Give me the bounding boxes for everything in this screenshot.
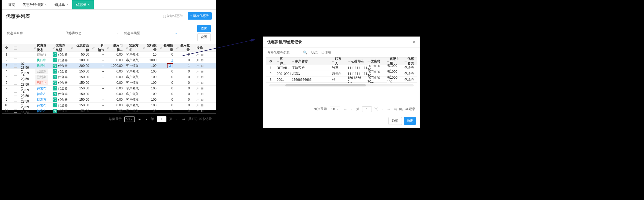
tab[interactable]: 首页 [4, 0, 19, 9]
tab[interactable]: 优惠券详情页✕ [19, 0, 51, 9]
external-link-icon[interactable]: ↗ [196, 64, 199, 68]
query-button[interactable]: 查询 [197, 25, 211, 32]
sort-icon[interactable]: ▴▾ [126, 47, 128, 49]
row-checkbox[interactable] [14, 75, 17, 79]
sort-icon[interactable]: ▴▾ [405, 60, 407, 62]
last-page-button[interactable]: ⇥ [386, 107, 391, 111]
row-checkbox[interactable] [14, 92, 17, 96]
qr-icon[interactable]: ⊞ [201, 109, 203, 113]
sort-icon[interactable]: ▴▾ [292, 60, 294, 62]
first-page-button[interactable]: ⇤ [343, 107, 348, 111]
row-checkbox[interactable] [14, 81, 17, 85]
close-icon[interactable]: ✕ [66, 3, 68, 6]
qr-icon[interactable]: ⊞ [201, 59, 203, 62]
table-row[interactable]: 307 23:59执行中代代金券200.00--1000.00客户领取10031… [2, 63, 216, 69]
close-icon[interactable]: ✕ [88, 3, 90, 6]
confirm-button[interactable]: 确定 [404, 117, 416, 125]
qr-icon[interactable]: ⊞ [201, 81, 203, 85]
table-row[interactable]: 714 23:59待发布代代金券150.00--0.00客户领取10000↗⊞ [2, 86, 216, 91]
external-link-icon[interactable]: ↗ [196, 98, 199, 102]
table-row[interactable]: 914 23:59待发布代代金券150.00--0.00客户领取10000↗⊞ [2, 97, 216, 103]
filter-status-select[interactable]: ⌄ [84, 32, 119, 35]
modal-page-input[interactable] [362, 106, 372, 112]
gear-icon[interactable]: ⚙ [5, 46, 8, 50]
sort-icon[interactable]: ▴▾ [277, 60, 279, 62]
qr-icon[interactable]: ⊞ [201, 92, 203, 96]
sort-icon[interactable]: ▴▾ [107, 47, 109, 49]
settings-button[interactable]: 设置 [197, 33, 211, 41]
row-checkbox[interactable] [14, 98, 17, 101]
external-link-icon[interactable]: ↗ [196, 103, 199, 107]
first-page-button[interactable]: ⇤ [137, 117, 142, 121]
claim-count-link[interactable]: 3 [167, 63, 173, 68]
horizontal-scrollbar[interactable] [269, 84, 414, 86]
row-checkbox[interactable] [14, 70, 17, 73]
tab[interactable]: 销货单✕ [51, 0, 72, 9]
sort-icon[interactable]: ▴▾ [34, 47, 36, 49]
external-link-icon[interactable]: ↗ [196, 86, 199, 90]
prev-page-button[interactable]: ‹ [350, 107, 354, 111]
qr-icon[interactable]: ⊞ [201, 98, 203, 101]
sort-icon[interactable]: ▴▾ [368, 60, 370, 62]
table-row[interactable]: 614 23:59已终止代代金券150.00--0.00客户领取10000↗⊞ [2, 80, 216, 86]
filter-name-input[interactable] [25, 31, 60, 35]
modal-status-select[interactable]: 已使用⌄ [321, 50, 348, 55]
table-row[interactable]: 2执行中代代金券100.00--0.00客户领取100010↗⊞ [2, 57, 216, 63]
qr-icon[interactable]: ⊞ [201, 87, 203, 90]
table-row[interactable]: 414 23:59已过期代代金券150.00--0.00客户领取10000↗⊞ [2, 69, 216, 74]
claim-count-link[interactable]: 1 [171, 58, 173, 62]
filter-type-select[interactable]: ⌄ [142, 32, 177, 35]
tab[interactable]: 优惠券✕ [72, 0, 94, 9]
close-icon[interactable]: ✕ [45, 3, 47, 6]
row-checkbox[interactable] [14, 53, 17, 56]
external-link-icon[interactable]: ↗ [196, 81, 199, 85]
sort-icon[interactable]: ▴▾ [348, 60, 350, 62]
external-link-icon[interactable]: ↗ [196, 58, 199, 62]
filter-status-label: 优惠券状态 [66, 31, 82, 35]
sort-icon[interactable]: ▴▾ [176, 47, 179, 49]
row-checkbox[interactable] [14, 87, 17, 90]
add-coupon-button[interactable]: + 新增优惠券 [188, 12, 212, 20]
qr-icon[interactable]: ⊞ [201, 64, 203, 68]
prev-page-button[interactable]: ‹ [145, 117, 148, 121]
external-link-icon[interactable]: ↗ [196, 70, 199, 74]
external-link-icon[interactable]: ↗ [196, 53, 199, 57]
sort-icon[interactable]: ▴▾ [71, 47, 73, 49]
row-checkbox[interactable] [14, 109, 17, 113]
external-link-icon[interactable]: ↗ [196, 109, 199, 113]
table-row[interactable]: 814 23:59待发布代代金券150.00--0.00客户领取10000↗⊞ [2, 91, 216, 97]
page-input[interactable] [157, 116, 166, 122]
next-page-button[interactable]: › [380, 107, 384, 111]
modal-per-page-select[interactable]: 50⌄ [330, 107, 340, 112]
qr-icon[interactable]: ⊞ [201, 53, 203, 56]
sort-icon[interactable]: ▴▾ [53, 47, 55, 49]
issue-coupon-button[interactable]: ⬚发放优惠券 [160, 12, 185, 20]
row-checkbox[interactable] [14, 59, 17, 62]
qr-icon[interactable]: ⊞ [201, 104, 203, 107]
table-row[interactable]: 3000117666666666张156 6666 6...2019120 70… [266, 77, 417, 83]
sort-icon[interactable]: ▴▾ [387, 60, 389, 62]
sort-icon[interactable]: ▴▾ [92, 47, 94, 49]
search-icon[interactable]: 🔍 [303, 50, 307, 54]
qr-icon[interactable]: ⊞ [201, 70, 203, 73]
table-row[interactable]: 514 23:59已过期代代金券150.00--0.00客户领取10000↗⊞ [2, 74, 216, 80]
select-all-checkbox[interactable] [14, 46, 17, 50]
external-link-icon[interactable]: ↗ [196, 75, 199, 79]
table-row[interactable]: 1014 23:59待发布代代金券150.00--0.00客户领取10000↗⊞ [2, 103, 216, 108]
sort-icon[interactable]: ▴▾ [160, 47, 162, 49]
search-input[interactable] [267, 51, 299, 54]
external-link-icon[interactable]: ↗ [196, 92, 199, 96]
table-row[interactable]: 1114 23:59待发布代代金券150.00--0.00客户领取10000↗⊞ [2, 108, 216, 114]
table-row[interactable]: 1待执行代代金券50.00--0.00客户领取1000↗⊞ [2, 52, 216, 57]
row-checkbox[interactable] [14, 104, 17, 107]
next-page-button[interactable]: › [175, 117, 178, 121]
last-page-button[interactable]: ⇥ [181, 117, 186, 121]
close-icon[interactable]: ✕ [412, 39, 416, 45]
sort-icon[interactable]: ▴▾ [332, 60, 334, 62]
row-checkbox[interactable] [14, 64, 17, 68]
sort-icon[interactable]: ▴▾ [143, 47, 145, 49]
cancel-button[interactable]: 取消 [388, 117, 402, 125]
gear-icon[interactable]: ⚙ [269, 59, 272, 63]
per-page-select[interactable]: 50⌄ [124, 117, 135, 122]
qr-icon[interactable]: ⊞ [201, 75, 203, 79]
